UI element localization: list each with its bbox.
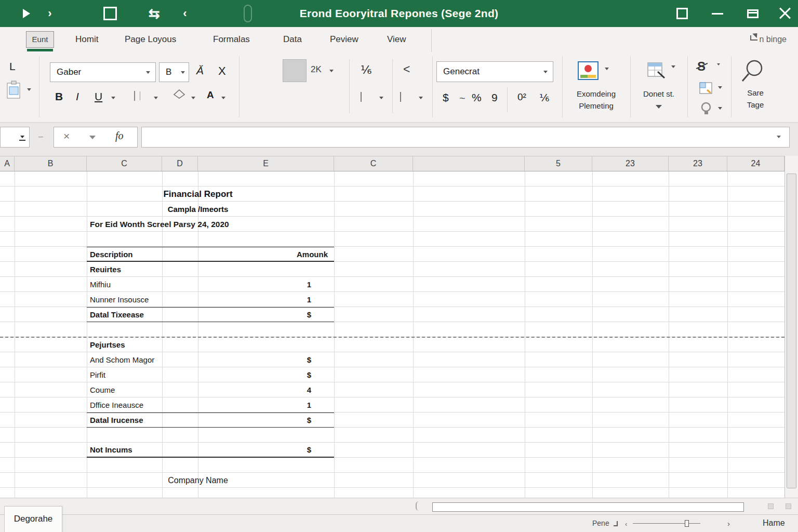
table-row[interactable]: Mifhiu 1: [87, 277, 334, 292]
table-total-row[interactable]: Datal Tixeease $: [87, 307, 334, 322]
col-header-24[interactable]: 24: [727, 156, 784, 171]
fill-color-dropdown[interactable]: [191, 97, 195, 99]
insert-cells-icon[interactable]: [699, 82, 713, 97]
zoom-in-icon[interactable]: ›: [727, 519, 730, 528]
lightbulb-dropdown[interactable]: [718, 107, 722, 110]
font-color-dropdown[interactable]: [221, 97, 225, 99]
accounting-format-icon[interactable]: ~: [459, 92, 466, 104]
enter-icon[interactable]: [89, 136, 96, 139]
col-header-e[interactable]: E: [198, 156, 334, 171]
net-income-row[interactable]: Not Incums $: [87, 443, 334, 458]
table-row[interactable]: Reuirtes: [87, 262, 334, 277]
horizontal-scrollbar[interactable]: [432, 502, 744, 512]
tab-page-layout[interactable]: Page Loyous: [125, 27, 176, 52]
zoom-out-icon[interactable]: ‹: [625, 520, 627, 528]
page-layout-label[interactable]: Pene: [592, 519, 618, 527]
grow-font-icon[interactable]: Ă: [196, 64, 204, 77]
font-color-icon[interactable]: A: [207, 89, 214, 101]
table-row[interactable]: Dffice Ineausce 1: [87, 397, 334, 413]
conditional-formatting-label-2[interactable]: Plemeting: [564, 101, 629, 110]
col-header-b[interactable]: B: [15, 156, 87, 171]
shrink-font-icon[interactable]: X: [218, 64, 226, 78]
hscroll-button-1[interactable]: [768, 503, 774, 509]
report-title[interactable]: Financial Report: [87, 187, 309, 202]
vertical-scrollbar[interactable]: [784, 156, 798, 498]
col-header-5[interactable]: 5: [525, 156, 592, 171]
name-box[interactable]: [0, 127, 30, 148]
increase-decimal-icon[interactable]: 0²: [517, 91, 526, 103]
font-size-combo[interactable]: B: [159, 62, 189, 82]
paste-dropdown[interactable]: [27, 88, 31, 91]
col-header-23a[interactable]: 23: [592, 156, 669, 171]
conditional-formatting-dropdown[interactable]: [605, 68, 609, 70]
share-button[interactable]: n binge: [750, 27, 787, 52]
col-header-c2[interactable]: C: [334, 156, 413, 171]
sheet-tab[interactable]: Degorahe: [4, 506, 62, 532]
orientation-dropdown[interactable]: [329, 70, 334, 72]
spreadsheet-grid[interactable]: Financial Report Campla /Imeorts For Eid…: [0, 171, 784, 498]
close-button[interactable]: [773, 0, 797, 27]
report-subtitle[interactable]: Campla /Imeorts: [87, 202, 309, 217]
borders-dropdown[interactable]: [154, 97, 158, 99]
col-header-d[interactable]: D: [162, 156, 198, 171]
currency-format-icon[interactable]: $: [443, 91, 449, 104]
search-icon[interactable]: [740, 58, 766, 86]
fill-color-icon[interactable]: [172, 89, 186, 101]
formula-expand-icon[interactable]: [777, 136, 781, 138]
tab-home[interactable]: Homit: [75, 27, 98, 52]
formula-split-handle[interactable]: –: [38, 132, 43, 141]
table-row[interactable]: Pirfit $: [87, 367, 334, 382]
company-name-cell[interactable]: Company Name: [87, 473, 309, 488]
font-name-combo[interactable]: Gaber: [50, 62, 156, 82]
lightbulb-icon[interactable]: [700, 102, 712, 118]
merge-across-dropdown[interactable]: [419, 97, 423, 99]
table-header-row[interactable]: Description Amounk: [87, 247, 334, 262]
formula-input[interactable]: [141, 127, 790, 148]
orientation-icon[interactable]: 2K: [311, 64, 322, 75]
format-as-table-chevron[interactable]: [656, 105, 662, 109]
wrap-text-icon[interactable]: ⅙: [361, 63, 371, 77]
minimize-button[interactable]: [706, 0, 729, 27]
col-header-c[interactable]: C: [87, 156, 162, 171]
window-extra-button[interactable]: [670, 0, 694, 27]
insert-function-icon[interactable]: fo: [115, 130, 124, 142]
table-row[interactable]: Coume 4: [87, 382, 334, 397]
percent-format-icon[interactable]: %: [472, 91, 482, 104]
indent-icon[interactable]: <: [403, 62, 410, 76]
find-label-1[interactable]: Sare: [732, 88, 779, 97]
insert-cells-dropdown[interactable]: [718, 86, 722, 89]
tab-view[interactable]: View: [387, 27, 406, 52]
col-header-a[interactable]: A: [0, 156, 15, 171]
conditional-formatting-label-1[interactable]: Exomdeing: [564, 89, 629, 98]
merge-center-dropdown[interactable]: [379, 97, 383, 99]
tab-review[interactable]: Peview: [330, 27, 358, 52]
tab-formulas[interactable]: Formalas: [213, 27, 250, 52]
table-total-row[interactable]: Datal Irucense $: [87, 413, 334, 428]
conditional-formatting-icon[interactable]: [578, 61, 598, 82]
merge-across-icon[interactable]: [400, 92, 401, 102]
autosum-dropdown[interactable]: [717, 63, 720, 65]
report-period[interactable]: For Eid Wonth Screel Parsy 24, 2020: [87, 217, 334, 232]
view-mode-label[interactable]: Hame: [763, 518, 785, 528]
decrease-decimal-icon[interactable]: ⅙: [539, 91, 549, 104]
table-row[interactable]: Nunner Insousce 1: [87, 292, 334, 307]
find-label-2[interactable]: Tage: [732, 100, 779, 109]
maximize-button[interactable]: [741, 0, 765, 27]
format-as-table-icon[interactable]: [646, 60, 666, 82]
zoom-slider[interactable]: [633, 523, 700, 524]
col-header-23b[interactable]: 23: [669, 156, 727, 171]
hscroll-button-2[interactable]: [786, 503, 791, 509]
tab-file[interactable]: Eunt: [26, 31, 54, 48]
number-format-combo[interactable]: Genecrat: [436, 61, 553, 82]
paste-icon[interactable]: [5, 80, 24, 102]
comma-format-icon[interactable]: 9: [491, 91, 498, 104]
bold-button[interactable]: B: [55, 90, 63, 103]
table-row[interactable]: Pejurtses: [87, 337, 334, 352]
borders-icon[interactable]: [134, 91, 135, 101]
underline-dropdown[interactable]: [111, 97, 115, 99]
format-as-table-dropdown[interactable]: [671, 65, 675, 68]
col-header-blank[interactable]: [413, 156, 525, 171]
zoom-slider-thumb[interactable]: [685, 520, 689, 527]
table-row[interactable]: And Schom Magor $: [87, 352, 334, 367]
cancel-icon[interactable]: ×: [63, 130, 70, 142]
